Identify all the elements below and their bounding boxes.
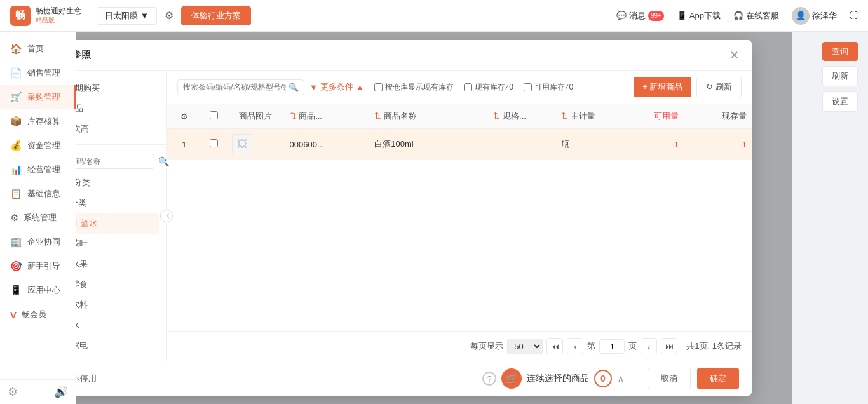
search-icon[interactable]: 🔍 bbox=[288, 83, 299, 92]
row-checkbox-cell[interactable] bbox=[201, 129, 226, 160]
sidebar-item-home[interactable]: 🏠 首页 bbox=[0, 37, 76, 61]
app-download-item[interactable]: 📱 App下载 bbox=[677, 10, 721, 22]
table-row[interactable]: 1 🖼 bbox=[167, 129, 752, 160]
collapse-panel-btn[interactable]: 《 bbox=[160, 210, 173, 222]
first-page-btn[interactable]: ⏮ bbox=[546, 338, 563, 354]
message-nav-item[interactable]: 💬 消息 99+ bbox=[616, 10, 664, 22]
member-icon: V bbox=[10, 309, 17, 320]
user-item[interactable]: 👤 徐泽华 bbox=[792, 7, 837, 25]
category-0008-label: 0008 水 bbox=[76, 320, 79, 331]
sidebar-label-operation: 经营管理 bbox=[27, 164, 60, 175]
classify-search-icon[interactable]: 🔍 bbox=[158, 156, 169, 166]
image-placeholder-icon: 🖼 bbox=[237, 138, 247, 150]
toolbar-right-btns: + 新增商品 ↻ 刷新 bbox=[634, 77, 742, 97]
row-spec-cell bbox=[488, 129, 556, 160]
basic-icon: 📋 bbox=[10, 188, 22, 199]
current-stock-checkbox[interactable]: 现有库存≠0 bbox=[464, 82, 513, 93]
dialog-right-panel: 🔍 ▼ 更多条件 ▲ 按仓库显示现有库存 bbox=[167, 71, 752, 361]
collapse-up-icon[interactable]: ∧ bbox=[617, 373, 625, 385]
system-icon: ⚙ bbox=[10, 212, 18, 224]
recent-label: 近期购买 bbox=[76, 83, 100, 94]
sidebar-item-operation[interactable]: 📊 经营管理 bbox=[0, 158, 76, 182]
product-search-input[interactable] bbox=[183, 83, 286, 91]
store-name: 日太阳膜 bbox=[105, 10, 138, 22]
sidebar-label-home: 首页 bbox=[27, 43, 44, 55]
headset-icon: 🎧 bbox=[733, 11, 743, 20]
category-0002[interactable]: 0002 茶叶 bbox=[76, 234, 159, 254]
category-0001[interactable]: ▶ 0001 酒水 bbox=[76, 213, 159, 234]
experience-btn[interactable]: 体验行业方案 bbox=[181, 6, 251, 25]
select-all-checkbox[interactable] bbox=[210, 111, 218, 119]
online-service-item[interactable]: 🎧 在线客服 bbox=[733, 10, 779, 22]
message-icon: 💬 bbox=[616, 11, 627, 20]
store-selector[interactable]: 日太阳膜 ▼ bbox=[97, 7, 157, 25]
help-icon[interactable]: ? bbox=[482, 372, 496, 386]
available-stock-checkbox[interactable]: 可用库存≠0 bbox=[524, 82, 573, 93]
sidebar-item-enterprise[interactable]: 🏢 企业协同 bbox=[0, 230, 76, 254]
settings-button-bg[interactable]: 设置 bbox=[822, 91, 858, 112]
query-button[interactable]: 查询 bbox=[822, 42, 858, 61]
add-product-button[interactable]: + 新增商品 bbox=[634, 77, 691, 97]
show-disabled-label[interactable]: 显示停用 bbox=[76, 373, 97, 384]
category-0004[interactable]: 0004 零食 bbox=[76, 274, 159, 295]
category-0010[interactable]: 0010 家电 bbox=[76, 335, 159, 353]
sidebar-item-basic[interactable]: 📋 基础信息 bbox=[0, 182, 76, 206]
category-00[interactable]: 00 未分类 bbox=[76, 193, 159, 213]
confirm-button[interactable]: 确定 bbox=[697, 368, 739, 389]
pagination-area: 每页显示 20 50 100 ⏮ ‹ 第 页 › bbox=[167, 331, 752, 361]
more-filter-btn[interactable]: ▼ 更多条件 ▲ bbox=[309, 81, 364, 93]
page-number-input[interactable] bbox=[599, 339, 625, 354]
table-settings-icon[interactable]: ⚙ bbox=[180, 112, 188, 121]
recent-purchase-item[interactable]: 🕐 近期购买 bbox=[76, 78, 159, 98]
row-img-cell: 🖼 bbox=[227, 129, 285, 160]
category-all[interactable]: ▶ 全部分类 bbox=[76, 173, 159, 193]
row-stock-cell: -1 bbox=[684, 129, 752, 160]
gear-icon[interactable]: ⚙ bbox=[165, 10, 173, 22]
sidebar-item-apps[interactable]: 📱 应用中心 bbox=[0, 278, 76, 302]
warehouse-stock-checkbox[interactable]: 按仓库显示现有库存 bbox=[374, 82, 454, 93]
classify-search-input[interactable] bbox=[76, 154, 154, 169]
sidebar-item-member[interactable]: V 畅会员 bbox=[0, 302, 76, 327]
left-bottom-area: ⚙ 🔊 bbox=[0, 379, 76, 404]
col-name-header[interactable]: ⇅ 商品名称 bbox=[369, 104, 488, 129]
warehouse-stock-check[interactable] bbox=[374, 83, 383, 91]
sidebar-item-finance[interactable]: 💰 资金管理 bbox=[0, 133, 76, 158]
cancel-button[interactable]: 取消 bbox=[648, 368, 691, 389]
sidebar-item-purchase[interactable]: 🛒 采购管理 bbox=[0, 85, 76, 109]
col-stock-label: 现存量 bbox=[722, 111, 747, 121]
sidebar-label-purchase: 采购管理 bbox=[27, 91, 60, 103]
sound-icon[interactable]: 🔊 bbox=[54, 385, 68, 399]
sidebar-label-sales: 销售管理 bbox=[27, 67, 60, 79]
col-unit-header[interactable]: ⇅ 主计量 bbox=[556, 104, 616, 129]
warehouse-stock-label: 按仓库显示现有库存 bbox=[385, 82, 454, 93]
frequent-item[interactable]: ☆ 频次高 bbox=[76, 119, 159, 139]
last-page-btn[interactable]: ⏭ bbox=[661, 338, 677, 354]
product-search-box[interactable]: 🔍 bbox=[177, 79, 304, 95]
sidebar-item-guide[interactable]: 🎯 新手引导 bbox=[0, 254, 76, 278]
available-stock-check[interactable] bbox=[524, 83, 532, 91]
category-0008[interactable]: 0008 水 bbox=[76, 315, 159, 335]
next-page-btn[interactable]: › bbox=[641, 338, 657, 354]
per-page-select[interactable]: 20 50 100 bbox=[507, 339, 543, 354]
cart-icon[interactable]: 🛒 bbox=[501, 368, 522, 389]
expand-icon[interactable]: ⛶ bbox=[850, 11, 858, 20]
new-product-item[interactable]: 新 新品 bbox=[76, 98, 159, 119]
logo-text: 畅捷通好生意 bbox=[36, 6, 81, 17]
dialog-overlay: 商品参照 ✕ 🕐 近期购买 新 新 bbox=[76, 32, 792, 404]
current-stock-check[interactable] bbox=[464, 83, 472, 91]
bottom-settings-icon[interactable]: ⚙ bbox=[8, 385, 18, 399]
sidebar-item-inventory[interactable]: 📦 库存核算 bbox=[0, 109, 76, 133]
row-checkbox[interactable] bbox=[210, 139, 218, 147]
refresh-button-bg[interactable]: 刷新 bbox=[822, 66, 858, 86]
sidebar-item-system[interactable]: ⚙ 系统管理 bbox=[0, 206, 76, 230]
row-name-cell: 白酒100ml bbox=[369, 129, 488, 160]
refresh-button[interactable]: ↻ 刷新 bbox=[696, 77, 742, 97]
prev-page-btn[interactable]: ‹ bbox=[567, 338, 583, 354]
category-0005[interactable]: 0005 饮料 bbox=[76, 295, 159, 315]
sidebar-item-sales[interactable]: 📄 销售管理 bbox=[0, 61, 76, 85]
close-icon[interactable]: ✕ bbox=[729, 50, 739, 61]
col-code-header[interactable]: ⇅ 商品... bbox=[285, 104, 370, 129]
col-spec-header[interactable]: ⇅ 规格... bbox=[488, 104, 556, 129]
category-0003[interactable]: 0003 水果 bbox=[76, 254, 159, 274]
sidebar-label-basic: 基础信息 bbox=[27, 188, 60, 199]
